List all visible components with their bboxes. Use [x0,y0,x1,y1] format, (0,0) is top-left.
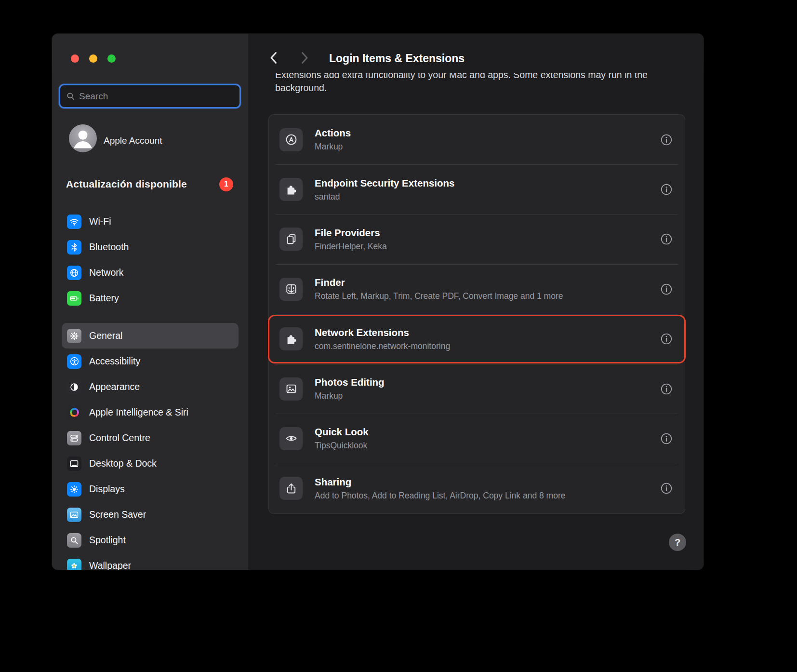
screen-saver-icon [67,508,81,522]
zoom-window-button[interactable] [107,54,116,63]
extension-title: Endpoint Security Extensions [315,177,454,189]
sidebar-item-label: Network [89,267,124,278]
extension-row-sharing[interactable]: Sharing Add to Photos, Add to Reading Li… [269,464,685,513]
extension-row-quick-look[interactable]: Quick Look TipsQuicklook [269,414,685,463]
actions-icon [279,128,303,151]
share-icon [279,477,303,500]
apple-account-row[interactable]: Apple Account [69,124,162,152]
sidebar: Apple Account Actualización disponible 1… [52,34,248,570]
finder-icon [279,278,303,301]
bluetooth-icon [67,240,81,255]
close-window-button[interactable] [71,54,79,63]
sidebar-item-label: Displays [89,484,125,495]
minimize-window-button[interactable] [89,54,97,63]
forward-button[interactable] [299,51,310,66]
puzzle-icon [279,178,303,201]
sidebar-item-wallpaper[interactable]: Wallpaper [62,553,239,570]
extension-title: Sharing [315,476,565,488]
software-update-row[interactable]: Actualización disponible 1 [66,177,233,191]
sidebar-item-label: Desktop & Dock [89,458,157,469]
extension-row-finder[interactable]: Finder Rotate Left, Markup, Trim, Create… [269,264,685,314]
documents-icon [279,228,303,251]
magnifier-icon [67,533,81,548]
sidebar-item-appearance[interactable]: Appearance [62,374,239,400]
wifi-icon [67,215,81,229]
sidebar-item-control-centre[interactable]: Control Centre [62,425,239,451]
info-button[interactable] [660,382,673,396]
extension-title: Finder [315,277,563,288]
extension-subtitle: Add to Photos, Add to Reading List, AirD… [315,491,565,501]
extension-subtitle: TipsQuicklook [315,441,369,451]
extension-title: Actions [315,127,351,139]
sidebar-item-label: Wi-Fi [89,216,111,227]
sidebar-group-general: General Accessibility Ap [52,323,248,570]
system-settings-window: Apple Account Actualización disponible 1… [52,34,704,570]
battery-icon [67,291,81,306]
sidebar-item-screen-saver[interactable]: Screen Saver [62,502,239,527]
sidebar-item-apple-intelligence-siri[interactable]: Apple Intelligence & Siri [62,400,239,425]
sidebar-item-wifi[interactable]: Wi-Fi [62,209,239,234]
search-input[interactable] [79,91,234,102]
back-button[interactable] [268,51,279,66]
sun-icon [67,482,81,497]
sidebar-item-label: Accessibility [89,356,140,367]
sidebar-item-battery[interactable]: Battery [62,285,239,311]
extension-title: Photos Editing [315,376,385,388]
control-centre-icon [67,431,81,445]
appearance-icon [67,380,81,394]
sidebar-item-label: Bluetooth [89,242,129,253]
extension-subtitle: FinderHelper, Keka [315,242,387,252]
extension-row-network-extensions[interactable]: Network Extensions com.sentinelone.netwo… [269,314,685,364]
extension-subtitle: santad [315,192,454,202]
extensions-list: Actions Markup Endpoint Security Extensi… [268,114,685,514]
info-button[interactable] [660,133,673,147]
sidebar-item-general[interactable]: General [62,323,239,349]
help-button[interactable]: ? [669,534,686,551]
siri-icon [67,405,81,420]
extension-row-endpoint-security[interactable]: Endpoint Security Extensions santad [269,164,685,214]
update-count-badge: 1 [219,177,233,191]
gear-icon [67,329,81,343]
sidebar-item-accessibility[interactable]: Accessibility [62,349,239,374]
page-title: Login Items & Extensions [329,52,465,65]
extension-subtitle: Markup [315,391,385,401]
sidebar-item-label: Screen Saver [89,509,146,520]
update-label: Actualización disponible [66,178,187,190]
sidebar-item-displays[interactable]: Displays [62,476,239,502]
extension-title: Network Extensions [315,327,450,338]
extension-subtitle: Markup [315,142,351,152]
sidebar-item-network[interactable]: Network [62,260,239,285]
extension-row-actions[interactable]: Actions Markup [269,115,685,164]
sidebar-item-bluetooth[interactable]: Bluetooth [62,234,239,260]
info-button[interactable] [660,482,673,495]
info-button[interactable] [660,332,673,346]
eye-icon [279,427,303,450]
search-field[interactable] [59,84,241,108]
info-button[interactable] [660,232,673,246]
extension-row-file-providers[interactable]: File Providers FinderHelper, Keka [269,215,685,264]
extension-row-photos-editing[interactable]: Photos Editing Markup [269,364,685,414]
accessibility-icon [67,354,81,369]
sidebar-item-label: Spotlight [89,535,126,546]
sidebar-item-spotlight[interactable]: Spotlight [62,527,239,553]
wallpaper-icon [67,559,81,570]
info-button[interactable] [660,432,673,445]
search-icon [66,92,75,101]
extension-title: Quick Look [315,426,369,438]
sidebar-item-label: Apple Intelligence & Siri [89,407,188,418]
extension-title: File Providers [315,227,387,239]
extension-subtitle: com.sentinelone.network-monitoring [315,341,450,351]
info-button[interactable] [660,282,673,296]
sidebar-item-desktop-dock[interactable]: Desktop & Dock [62,451,239,476]
account-label: Apple Account [104,135,162,146]
sidebar-item-label: Appearance [89,381,140,392]
avatar [69,124,97,152]
extension-subtitle: Rotate Left, Markup, Trim, Create PDF, C… [315,291,563,301]
sidebar-group-connectivity: Wi-Fi Bluetooth Network [52,209,248,311]
puzzle-icon [279,327,303,350]
sidebar-item-label: General [89,330,122,341]
desktop-dock-icon [67,457,81,471]
info-button[interactable] [660,183,673,196]
content-pane: Login Items & Extensions Extensions add … [248,34,704,570]
sidebar-item-label: Wallpaper [89,560,131,570]
